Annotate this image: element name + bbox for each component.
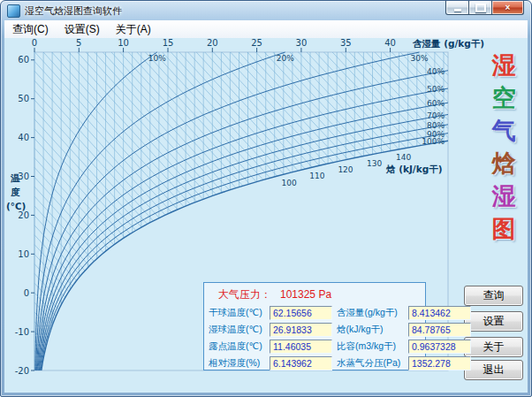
- svg-text:100%: 100%: [422, 137, 445, 146]
- svg-text:25: 25: [251, 38, 262, 48]
- svg-text:10: 10: [18, 249, 29, 259]
- menu-about[interactable]: 关于(A): [108, 20, 159, 39]
- specific-volume-label: 比容(m3/kg干): [337, 340, 408, 353]
- vertical-char: 空: [492, 85, 516, 111]
- menu-bar: 查询(C) 设置(S) 关于(A): [4, 20, 528, 39]
- dew-point-field[interactable]: 11.46035: [270, 340, 332, 354]
- vertical-char: 图: [492, 216, 516, 242]
- vertical-char: 湿: [492, 183, 516, 210]
- window-title: 湿空气焓湿图查询软件: [25, 4, 122, 18]
- svg-text:-20: -20: [15, 366, 29, 376]
- minimize-icon: [454, 9, 461, 11]
- pressure-label: 大气压力：: [218, 288, 271, 301]
- rel-humidity-label: 相对湿度(%): [209, 357, 270, 370]
- svg-text:焓 (kJ/kg干): 焓 (kJ/kg干): [385, 164, 442, 174]
- maximize-icon: [475, 4, 486, 12]
- menu-settings[interactable]: 设置(S): [57, 20, 108, 39]
- close-icon: ×: [505, 3, 511, 12]
- minimize-button[interactable]: [445, 1, 469, 15]
- svg-text:5: 5: [76, 38, 81, 48]
- svg-text:(℃): (℃): [6, 201, 26, 211]
- svg-text:40%: 40%: [427, 67, 445, 76]
- vertical-char: 湿: [492, 52, 516, 79]
- enthalpy-label: 焓(kJ/kg干): [337, 324, 408, 336]
- svg-text:50: 50: [18, 94, 29, 103]
- wet-bulb-field[interactable]: 26.91833: [270, 323, 332, 337]
- query-result-panel: 大气压力：101325 Pa 干球温度(℃)62.15656 湿球温度(℃)26…: [203, 282, 426, 370]
- svg-text:60: 60: [18, 55, 29, 65]
- svg-text:130: 130: [367, 159, 382, 168]
- maximize-button[interactable]: [469, 1, 492, 15]
- svg-text:0: 0: [32, 38, 37, 48]
- humidity-ratio-label: 含湿量(g/kg干): [337, 307, 408, 319]
- svg-text:含湿量 (g/kg干): 含湿量 (g/kg干): [412, 38, 484, 49]
- svg-text:度: 度: [10, 187, 20, 197]
- rel-humidity-field[interactable]: 6.143962: [270, 356, 332, 370]
- svg-text:20: 20: [18, 210, 29, 220]
- specific-volume-field[interactable]: 0.9637328: [408, 340, 471, 354]
- pressure-value: 101325 Pa: [280, 288, 331, 301]
- svg-text:10: 10: [118, 38, 129, 48]
- svg-text:15: 15: [163, 38, 174, 48]
- svg-text:100: 100: [282, 179, 297, 187]
- svg-text:140: 140: [396, 153, 411, 162]
- svg-text:60%: 60%: [427, 99, 445, 108]
- svg-text:40: 40: [18, 133, 29, 142]
- pressure-line: 大气压力：101325 Pa: [218, 287, 425, 302]
- svg-text:50%: 50%: [427, 85, 445, 94]
- menu-query[interactable]: 查询(C): [4, 20, 57, 39]
- svg-text:35: 35: [340, 38, 352, 48]
- svg-text:70%: 70%: [427, 111, 445, 120]
- query-button[interactable]: 查询: [464, 286, 523, 306]
- close-button[interactable]: ×: [492, 1, 524, 15]
- client-area: 10%20%30%40%50%60%70%80%90%100%100110120…: [4, 38, 528, 393]
- dew-point-label: 露点温度(℃): [209, 340, 270, 353]
- about-button[interactable]: 关于: [464, 337, 523, 357]
- svg-text:10%: 10%: [148, 54, 166, 63]
- dry-bulb-label: 干球温度(℃): [209, 307, 270, 319]
- app-title-vertical: 湿 空 气 焓 湿 图: [482, 52, 526, 242]
- app-icon: [7, 4, 20, 18]
- app-window: 湿空气焓湿图查询软件 × 查询(C) 设置(S) 关于(A) 10%20%30%…: [0, 0, 532, 397]
- svg-text:-10: -10: [15, 327, 29, 337]
- svg-text:30: 30: [296, 38, 308, 48]
- svg-text:80%: 80%: [427, 121, 445, 130]
- enthalpy-field[interactable]: 84.78765: [408, 323, 471, 337]
- dry-bulb-field[interactable]: 62.15656: [270, 306, 332, 320]
- exit-button[interactable]: 退出: [464, 360, 523, 380]
- svg-text:20%: 20%: [277, 54, 294, 63]
- svg-text:30%: 30%: [410, 54, 428, 63]
- settings-button[interactable]: 设置: [464, 311, 523, 332]
- wet-bulb-label: 湿球温度(℃): [209, 324, 270, 336]
- svg-text:20: 20: [207, 38, 218, 48]
- vapor-pressure-label: 水蒸气分压(Pa): [337, 357, 408, 370]
- vapor-pressure-field[interactable]: 1352.278: [408, 356, 471, 370]
- vertical-char: 气: [492, 118, 516, 144]
- svg-text:110: 110: [309, 172, 324, 180]
- humidity-ratio-field[interactable]: 8.413462: [408, 306, 471, 320]
- svg-text:40: 40: [384, 38, 396, 48]
- svg-text:温: 温: [10, 172, 20, 183]
- svg-text:120: 120: [338, 165, 353, 174]
- svg-text:0: 0: [24, 288, 29, 298]
- vertical-char: 焓: [492, 150, 516, 177]
